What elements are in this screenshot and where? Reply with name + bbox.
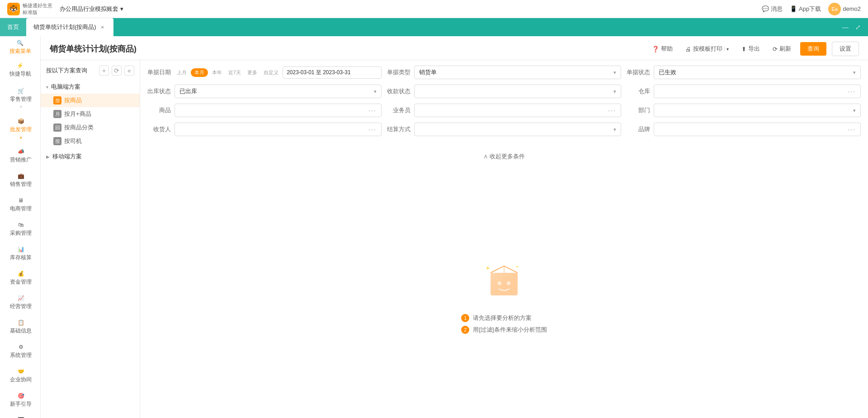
scheme-header: 按以下方案查询 + ⟳ «	[41, 64, 140, 79]
sidebar: 🔍 搜索菜单 ⚡ 快捷导航 🛒 零售管理 ▾ 📦 批发管理 ▴ 📣 营销推广 💼…	[0, 36, 41, 418]
refresh-scheme-button[interactable]: ⟳	[112, 66, 122, 76]
out-status-input[interactable]: 已出库 ▾	[175, 85, 382, 98]
dept-input[interactable]: ▾	[654, 104, 861, 117]
purchase-icon: 🛍	[18, 222, 24, 228]
step-1-number: 1	[461, 314, 469, 322]
step-2-number: 2	[461, 326, 469, 334]
query-button[interactable]: 查询	[800, 42, 826, 56]
export-icon: ⬆	[741, 46, 746, 52]
doc-status-input[interactable]: 已生效 ▾	[654, 66, 861, 79]
out-status-label: 出库状态	[147, 87, 175, 95]
sidebar-item-appcenter[interactable]: 🔲 应用中心	[0, 413, 40, 418]
template-print-button[interactable]: 🖨 按模板打印 ▾	[682, 43, 732, 55]
salesman-input[interactable]: ···	[414, 104, 621, 117]
desktop-group-arrow-icon: ▾	[46, 85, 48, 90]
collapse-scheme-button[interactable]: «	[124, 66, 134, 76]
maximize-button[interactable]: ⤢	[854, 23, 863, 32]
collapse-more-button[interactable]: ∧ 收起更多条件	[478, 151, 531, 162]
date-custom[interactable]: 自定义	[261, 68, 281, 77]
close-tab-button[interactable]: ×	[99, 24, 106, 31]
scheme-item-month-goods[interactable]: 月 按月+商品	[41, 107, 140, 121]
desktop-group-header[interactable]: ▾ 电脑端方案	[41, 80, 140, 94]
help-button[interactable]: ❓ 帮助	[648, 43, 676, 55]
filter-row-3: 商品 ··· 业务员 ···	[147, 104, 861, 117]
template-print-arrow-icon[interactable]: ▾	[724, 47, 729, 52]
nav-icon: ⚡	[17, 62, 24, 69]
tab-home[interactable]: 首页	[0, 18, 26, 36]
date-this-year[interactable]: 本年	[210, 68, 224, 77]
scheme-item-by-goods[interactable]: 按 按商品	[41, 94, 140, 107]
date-label: 单据日期	[147, 68, 175, 76]
svg-rect-0	[491, 273, 518, 295]
sidebar-item-enterprise[interactable]: 🤝 企业协同	[0, 364, 40, 388]
goods-category-label: 按商品分类	[64, 124, 94, 132]
system-icon: ⚙	[19, 344, 24, 350]
refresh-label: 刷新	[779, 45, 791, 53]
add-scheme-button[interactable]: +	[99, 66, 109, 76]
date-last-month[interactable]: 上月	[175, 68, 189, 77]
mobile-group-header[interactable]: ▶ 移动端方案	[41, 150, 140, 163]
date-this-month[interactable]: 本月	[191, 68, 208, 77]
page-title: 销货单统计计划(按商品)	[50, 43, 137, 54]
sidebar-item-sales[interactable]: 💼 销售管理	[0, 168, 40, 193]
filter-warehouse-field: 仓库 ···	[627, 85, 861, 98]
message-button[interactable]: 💬 消息	[762, 5, 783, 13]
retail-label: 零售管理	[10, 95, 32, 103]
operations-label: 经营管理	[10, 303, 32, 310]
sidebar-item-guide[interactable]: 🎯 新手引导	[0, 388, 40, 413]
enterprise-label: 企业协同	[10, 376, 32, 384]
sidebar-item-wholesale[interactable]: 📦 批发管理 ▴	[0, 114, 40, 144]
minimize-button[interactable]: —	[841, 23, 850, 32]
settlement-label: 结算方式	[387, 125, 414, 133]
app-selector[interactable]: 办公用品行业模拟账套 ▾	[56, 3, 127, 15]
sales-icon: 💼	[18, 173, 24, 179]
payment-status-input[interactable]: ▾	[414, 85, 621, 98]
tab-active[interactable]: 销货单统计计划(按商品) ×	[26, 18, 113, 36]
date-range-input[interactable]: 2023-03-01 至 2023-03-31	[283, 66, 382, 79]
inventory-label: 库存核算	[10, 254, 32, 261]
date-more[interactable]: 更多	[245, 68, 259, 77]
sidebar-item-system[interactable]: ⚙ 系统管理	[0, 339, 40, 364]
filter-receiver-field: 收货人 ···	[147, 123, 382, 136]
wholesale-arrow: ▴	[20, 135, 22, 139]
refresh-button[interactable]: ⟳ 刷新	[769, 43, 795, 55]
export-label: 导出	[748, 45, 760, 53]
settlement-input[interactable]: ▾	[414, 123, 621, 136]
settings-button[interactable]: 设置	[832, 42, 859, 56]
sidebar-item-finance[interactable]: 💰 资金管理	[0, 266, 40, 290]
filter-goods-field: 商品 ···	[147, 104, 382, 117]
sidebar-item-operations[interactable]: 📈 经营管理	[0, 290, 40, 315]
empty-icon-wrap: ✦ ✦	[477, 252, 531, 307]
mobile-group-arrow-icon: ▶	[46, 154, 50, 159]
filter-row-1: 单据日期 上月 本月 本年 近7天 更多 自定义 2023-03-01 至 20…	[147, 66, 861, 79]
sidebar-item-inventory[interactable]: 📊 库存核算	[0, 242, 40, 266]
payment-status-chevron-icon: ▾	[613, 89, 616, 95]
sidebar-search[interactable]: 🔍 搜索菜单	[0, 36, 40, 59]
sidebar-item-ecommerce[interactable]: 🖥 电商管理	[0, 193, 40, 217]
content-area: 销货单统计计划(按商品) ❓ 帮助 🖨 按模板打印 ▾ ⬆ 导出 ⟳ 刷新	[41, 36, 868, 418]
app-download-button[interactable]: 📱 App下载	[790, 5, 821, 13]
filter-doc-status-field: 单据状态 已生效 ▾	[627, 66, 861, 79]
scheme-item-by-driver[interactable]: 按 按司机	[41, 134, 140, 148]
brand-input[interactable]: ···	[654, 123, 861, 136]
date-last-7days[interactable]: 近7天	[226, 68, 243, 77]
payment-status-label: 收款状态	[387, 87, 414, 95]
sidebar-quick-nav[interactable]: ⚡ 快捷导航	[0, 59, 40, 81]
warehouse-input[interactable]: ···	[654, 85, 861, 98]
sidebar-item-retail[interactable]: 🛒 零售管理 ▾	[0, 83, 40, 114]
sidebar-item-basic[interactable]: 📋 基础信息	[0, 315, 40, 339]
scheme-item-goods-category[interactable]: 回 按商品分类	[41, 121, 140, 134]
doc-type-input[interactable]: 销货单 ▾	[414, 66, 621, 79]
sidebar-item-purchase[interactable]: 🛍 采购管理	[0, 217, 40, 242]
user-menu[interactable]: Ea demo2	[828, 3, 861, 15]
warehouse-dots-icon: ···	[848, 88, 856, 95]
home-tab-label: 首页	[7, 23, 19, 31]
goods-input[interactable]: ···	[175, 104, 382, 117]
scheme-panel: 按以下方案查询 + ⟳ « ▾ 电脑端方案 按	[41, 60, 140, 418]
export-button[interactable]: ⬆ 导出	[738, 43, 764, 55]
search-label: 搜索菜单	[9, 48, 31, 55]
receiver-input[interactable]: ···	[175, 123, 382, 136]
finance-label: 资金管理	[10, 278, 32, 286]
sidebar-item-marketing[interactable]: 📣 营销推广	[0, 144, 40, 168]
doc-type-label: 单据类型	[387, 68, 414, 76]
